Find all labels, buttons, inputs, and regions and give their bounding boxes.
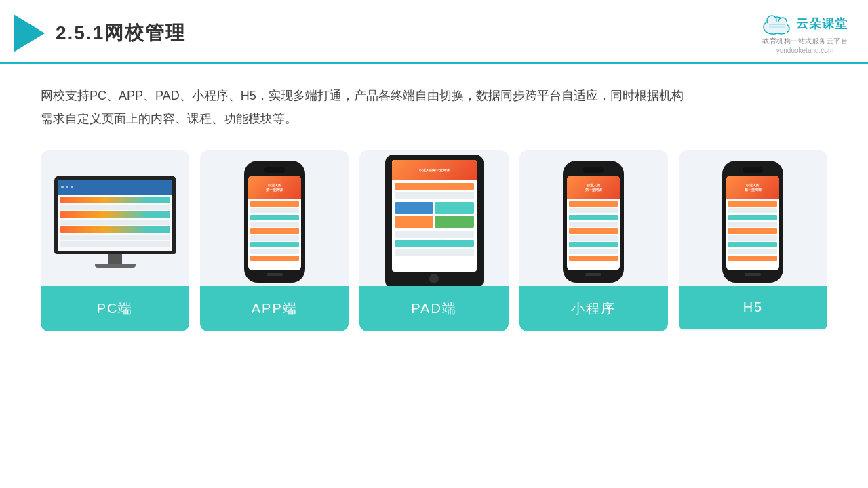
page-header: 2.5.1网校管理 云朵课堂 教育机构一站式服务云平台 yunduoketang… (0, 0, 868, 64)
phone-mockup-app: 职进人的第一堂网课 (244, 161, 305, 283)
card-miniprogram-image: 职进人的第一堂网课 (519, 150, 668, 286)
card-pad-image: 职进人的第一堂网课 (359, 150, 508, 286)
card-app: 职进人的第一堂网课 (200, 150, 349, 331)
brand-name: 云朵课堂 (796, 16, 848, 32)
card-pc: PC端 (41, 150, 189, 331)
play-icon (14, 14, 45, 52)
brand-url: yunduoketang.com (776, 47, 834, 54)
platform-cards: PC端 职进人的第一堂网课 (41, 150, 827, 331)
brand-area: 云朵课堂 教育机构一站式服务云平台 yunduoketang.com (762, 12, 848, 54)
card-h5-label: H5 (679, 286, 827, 329)
phone-mockup-h5: 职进人的第一堂网课 (722, 161, 783, 283)
brand-logo: 云朵课堂 (762, 12, 848, 35)
page-title: 2.5.1网校管理 (56, 20, 186, 46)
card-app-label: APP端 (200, 286, 349, 331)
phone-mockup-mini: 职进人的第一堂网课 (563, 161, 624, 283)
cloud-logo-icon (762, 12, 792, 35)
card-pc-image (41, 150, 189, 286)
main-content: 网校支持PC、APP、PAD、小程序、H5，实现多端打通，产品各终端自由切换，数… (0, 64, 868, 345)
card-pad-label: PAD端 (359, 286, 508, 331)
card-pc-label: PC端 (41, 286, 189, 331)
brand-tagline: 教育机构一站式服务云平台 (762, 37, 848, 46)
monitor-mockup (54, 176, 176, 268)
card-h5-image: 职进人的第一堂网课 (679, 150, 827, 286)
card-app-image: 职进人的第一堂网课 (200, 150, 349, 286)
card-miniprogram: 职进人的第一堂网课 (519, 150, 668, 331)
header-left: 2.5.1网校管理 (14, 14, 186, 52)
card-h5: 职进人的第一堂网课 (679, 150, 827, 331)
card-miniprogram-label: 小程序 (519, 286, 668, 331)
card-pad: 职进人的第一堂网课 (359, 150, 508, 331)
tablet-mockup: 职进人的第一堂网课 (385, 155, 484, 289)
description-text: 网校支持PC、APP、PAD、小程序、H5，实现多端打通，产品各终端自由切换，数… (41, 84, 827, 130)
